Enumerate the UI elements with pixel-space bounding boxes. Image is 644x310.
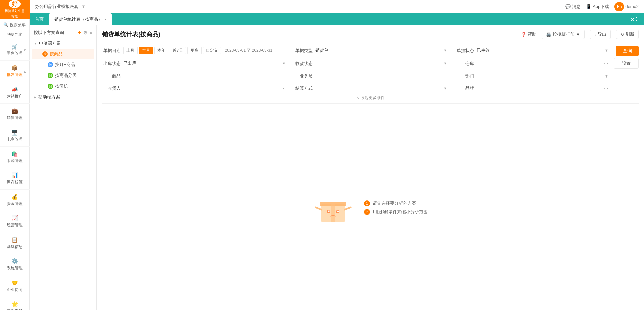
filter-date: 单据日期 上月 本月 本年 近7天 更多 自定义 2023-03-01 至 20…: [102, 47, 286, 54]
chevron-icon: ▲: [23, 69, 27, 73]
search-menu[interactable]: 🔍 搜索菜单: [3, 19, 25, 30]
sidebar-item-label: 经营管理: [7, 222, 23, 228]
sidebar-item-wholesale[interactable]: 📦 批发管理 ▲: [0, 61, 30, 82]
operation-icon: 📈: [11, 215, 18, 221]
refresh-icon: ↻: [621, 32, 624, 37]
finance-icon: 💰: [11, 194, 18, 200]
receiver-input[interactable]: [123, 84, 280, 92]
refresh-btn[interactable]: ↻ 刷新: [616, 30, 639, 39]
quick-nav[interactable]: 快捷导航: [0, 30, 29, 39]
page-header: 销货单统计表(按商品) ❓ 帮助 🖨️ 按模板打印 ▼ ↓ 导出: [97, 25, 644, 42]
tab-expand-area: ✕ ⛶: [630, 16, 644, 23]
set-btn[interactable]: 设置: [614, 58, 639, 69]
sidebar-item-retail[interactable]: 🛒 零售管理 ▼: [0, 39, 30, 61]
brand-dots[interactable]: ···: [604, 85, 608, 91]
tab-close-btn[interactable]: ×: [104, 17, 106, 21]
goods-dots[interactable]: ···: [281, 73, 286, 79]
tab-sales-stats[interactable]: 销货单统计表（按商品） ×: [49, 13, 112, 25]
settle-select[interactable]: ▼: [315, 85, 447, 92]
desktop-scheme-header[interactable]: ▼ 电脑端方案: [30, 38, 96, 48]
wholesale-icon: 📦: [11, 65, 18, 71]
export-icon: ↓: [594, 32, 597, 37]
tip-num-2: 2: [364, 209, 370, 215]
scheme-item-by-goods[interactable]: 按 按商品: [32, 49, 94, 59]
sidebar-item-sales[interactable]: 💼 销售管理: [0, 104, 30, 125]
out-status-select[interactable]: 已出库 ▼: [123, 59, 286, 68]
add-scheme-btn[interactable]: +: [78, 30, 81, 36]
content-area: 按以下方案查询 + ⚙ « ▼ 电脑端方案 按 按商品: [30, 25, 644, 310]
date-custom-btn[interactable]: 自定义: [203, 47, 221, 54]
tab-maximize-btn[interactable]: ⛶: [636, 16, 641, 22]
collapse-bar[interactable]: ∧ 收起更多条件: [102, 92, 639, 104]
message-btn[interactable]: 💬 消息: [565, 4, 581, 10]
warehouse-select[interactable]: ···: [477, 59, 608, 68]
sidebar-item-system[interactable]: ⚙️ 系统管理: [0, 254, 30, 275]
settings-btn[interactable]: ⚙: [83, 30, 88, 35]
sidebar-item-enterprise[interactable]: 🤝 企业协同: [0, 275, 30, 297]
date-more-btn[interactable]: 更多: [187, 47, 202, 54]
sidebar-item-ecommerce[interactable]: 🖥️ 电商管理: [0, 125, 30, 147]
sidebar-item-inventory[interactable]: 📊 库存核算: [0, 168, 30, 190]
date-cur-year-btn[interactable]: 本年: [154, 47, 168, 54]
logo-text: 畅捷通好生意: [5, 9, 25, 13]
out-status-value: 已出库: [123, 60, 137, 66]
dept-select[interactable]: ▼: [477, 73, 608, 80]
scheme-item-by-driver[interactable]: 回 按司机: [37, 81, 94, 91]
date-filter-btns: 上月 本月 本年 近7天 更多 自定义 2023-03-01 至 2023-03…: [123, 47, 272, 54]
sales-dots[interactable]: ···: [443, 73, 447, 79]
mobile-scheme-header[interactable]: ▶ 移动端方案: [30, 92, 96, 102]
tab-home[interactable]: 首页: [30, 13, 49, 25]
sales-label: 业务员: [294, 73, 313, 79]
scheme-item-by-category[interactable]: 回 按商品分类: [37, 70, 94, 81]
tab-home-label: 首页: [35, 16, 44, 22]
user-menu[interactable]: Ea demo2: [614, 2, 639, 11]
print-btn[interactable]: 🖨️ 按模板打印 ▼: [542, 30, 585, 39]
sidebar-item-purchase[interactable]: 🛍️ 采购管理: [0, 147, 30, 168]
doc-type-arrow: ▼: [443, 48, 447, 52]
help-btn[interactable]: ❓ 帮助: [521, 31, 536, 37]
scheme-item-label: 按商品: [50, 51, 63, 57]
date-prev-month-btn[interactable]: 上月: [123, 47, 138, 54]
sidebar-item-label: 零售管理: [7, 51, 23, 56]
app-download-label: App下载: [593, 4, 609, 10]
sidebar-item-marketing[interactable]: 📣 营销推广: [0, 82, 30, 104]
mobile-group-label: 移动端方案: [38, 94, 60, 100]
tab-close-window-btn[interactable]: ✕: [630, 16, 635, 23]
doc-type-select[interactable]: 销货单 ▼: [315, 46, 447, 55]
sidebar-item-newbie[interactable]: 🌟 新手引导: [0, 297, 30, 310]
dropdown-arrow[interactable]: ▼: [81, 4, 86, 9]
date-7days-btn[interactable]: 近7天: [170, 47, 186, 54]
filter-payment: 收款状态 ▼: [294, 60, 447, 67]
newbie-icon: 🌟: [11, 301, 18, 307]
date-cur-month-btn[interactable]: 本月: [139, 47, 153, 54]
page-actions: ❓ 帮助 🖨️ 按模板打印 ▼ ↓ 导出 ↻ 刷新: [521, 30, 639, 39]
sidebar-item-finance[interactable]: 💰 资金管理: [0, 190, 30, 211]
out-status-arrow: ▼: [282, 61, 286, 65]
goods-input[interactable]: [123, 72, 280, 80]
empty-tip-2: 2 用[过滤]条件来缩小分析范围: [364, 209, 427, 215]
topbar-left: 办公用品行业模拟账套 ▼: [35, 4, 86, 10]
sidebar-item-label: 营销推广: [7, 94, 23, 99]
inventory-icon: 📊: [11, 172, 18, 178]
sidebar-item-basic[interactable]: 📋 基础信息: [0, 232, 30, 254]
warehouse-dots[interactable]: ···: [604, 60, 608, 66]
sidebar-item-label: 电商管理: [7, 137, 23, 142]
brand-input[interactable]: [477, 84, 603, 92]
sidebar-item-operation[interactable]: 📈 经营管理: [0, 211, 30, 232]
export-btn[interactable]: ↓ 导出: [590, 30, 611, 39]
sidebar-logo[interactable]: 好 畅捷通好生意 标版: [0, 0, 30, 19]
date-label: 单据日期: [102, 48, 121, 54]
desktop-group-label: 电脑端方案: [39, 40, 61, 46]
collapse-left-btn[interactable]: «: [90, 30, 92, 35]
doc-status-select[interactable]: 已生效 ▼: [477, 46, 608, 55]
payment-select[interactable]: ▼: [315, 60, 447, 67]
app-download-btn[interactable]: 📱 App下载: [586, 4, 609, 10]
empty-text-area: 1 请先选择要分析的方案 2 用[过滤]条件来缩小分析范围: [364, 200, 427, 218]
query-btn[interactable]: 查询: [616, 46, 639, 56]
receiver-dots[interactable]: ···: [281, 85, 286, 91]
sidebar-item-label: 批发管理: [7, 72, 23, 78]
tip-num-1: 1: [364, 200, 370, 206]
sales-input[interactable]: [315, 72, 441, 80]
logo-subtext: 标版: [11, 14, 18, 19]
scheme-item-month-goods[interactable]: 按 按月+商品: [37, 60, 94, 70]
